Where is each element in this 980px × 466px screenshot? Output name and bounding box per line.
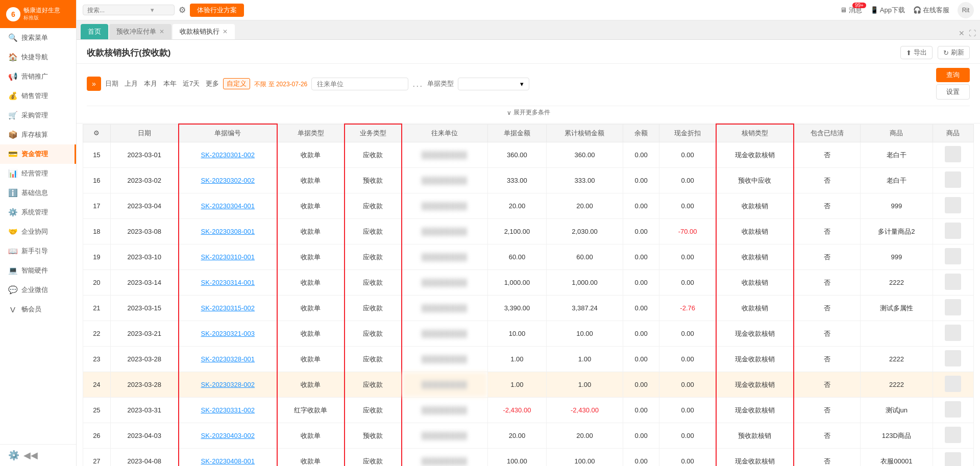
table-row[interactable]: 242023-03-28SK-20230328-002收款单应收款███████… — [83, 372, 974, 398]
sidebar-item-inventory[interactable]: 📦 库存核算 — [0, 125, 76, 144]
sidebar-item-quicknav[interactable]: 🏠 快捷导航 — [0, 47, 76, 67]
bill-no-link[interactable]: SK-20230331-002 — [201, 406, 255, 414]
row-bill-no[interactable]: SK-20230314-001 — [179, 270, 277, 296]
row-bill-no[interactable]: SK-20230315-002 — [179, 296, 277, 321]
sidebar-item-purchase[interactable]: 🛒 采购管理 — [0, 106, 76, 125]
tab-prepay[interactable]: 预收冲应付单 ✕ — [109, 24, 172, 39]
expand-more-conditions[interactable]: ∨ 展开更多条件 — [87, 106, 970, 119]
row-bill-no[interactable]: SK-20230328-001 — [179, 347, 277, 372]
sidebar-collapse-icon[interactable]: ◀◀ — [23, 450, 38, 461]
export-button[interactable]: ⬆ 导出 — [900, 46, 933, 59]
row-cash-discount: 0.00 — [659, 244, 716, 270]
row-cash-discount: 0.00 — [659, 347, 716, 372]
row-bill-type: 收款单 — [277, 321, 345, 347]
filter-dots-icon[interactable]: ... — [412, 79, 423, 89]
sidebar-item-hardware[interactable]: 💻 智能硬件 — [0, 261, 76, 280]
row-bill-no[interactable]: SK-20230302-002 — [179, 168, 277, 193]
sidebar-settings-icon[interactable]: ⚙️ — [8, 450, 19, 461]
query-button[interactable]: 查询 — [936, 68, 970, 82]
table-row[interactable]: 272023-04-08SK-20230408-001收款单应收款███████… — [83, 449, 974, 467]
row-cash-discount: 0.00 — [659, 423, 716, 449]
date-option-7days[interactable]: 近7天 — [181, 78, 202, 89]
bill-no-link[interactable]: SK-20230315-002 — [201, 304, 255, 312]
sidebar-item-system[interactable]: ⚙️ 系统管理 — [0, 203, 76, 222]
sidebar-item-basic[interactable]: ℹ️ 基础信息 — [0, 183, 76, 203]
tab-maximize-icon[interactable]: ⛶ — [969, 29, 976, 37]
date-option-this-year[interactable]: 本年 — [161, 78, 179, 89]
table-row[interactable]: 192023-03-10SK-20230310-001收款单应收款███████… — [83, 244, 974, 270]
product-thumbnail — [945, 248, 961, 264]
table-row[interactable]: 152023-03-01SK-20230301-002收款单应收款███████… — [83, 142, 974, 168]
topbar-gear-icon[interactable]: ⚙ — [179, 5, 186, 15]
date-option-more[interactable]: 更多 — [204, 78, 221, 89]
row-product-img — [933, 270, 973, 296]
bill-no-link[interactable]: SK-20230304-001 — [201, 202, 255, 210]
topbar-search-input[interactable] — [87, 7, 149, 14]
industry-solution-button[interactable]: 体验行业方案 — [190, 4, 244, 17]
row-bill-no[interactable]: SK-20230403-002 — [179, 423, 277, 449]
tab-cancel-exec-close-icon[interactable]: ✕ — [223, 28, 228, 35]
sidebar-item-finance[interactable]: 💳 资金管理 — [0, 144, 76, 164]
tab-prepay-close-icon[interactable]: ✕ — [159, 28, 164, 35]
row-bill-no[interactable]: SK-20230331-002 — [179, 398, 277, 423]
tab-close-window-icon[interactable]: ✕ — [959, 29, 965, 37]
row-bill-no[interactable]: SK-20230408-001 — [179, 449, 277, 467]
table-row[interactable]: 232023-03-28SK-20230328-001收款单应收款███████… — [83, 347, 974, 372]
sidebar-item-corp[interactable]: 🤝 企业协同 — [0, 222, 76, 241]
sidebar-item-search[interactable]: 🔍 搜索菜单 — [0, 28, 76, 47]
bill-type-select[interactable]: ▾ — [458, 78, 529, 90]
bill-no-link[interactable]: SK-20230328-001 — [201, 355, 255, 363]
filter-expand-button[interactable]: » — [87, 77, 101, 91]
bill-no-link[interactable]: SK-20230408-001 — [201, 457, 255, 465]
table-row[interactable]: 162023-03-02SK-20230302-002收款单预收款███████… — [83, 168, 974, 193]
sidebar-item-weixin[interactable]: 💬 企业微信 — [0, 280, 76, 300]
filter-settings-button[interactable]: 设置 — [936, 84, 970, 100]
bill-no-link[interactable]: SK-20230308-001 — [201, 228, 255, 235]
row-bill-type: 收款单 — [277, 219, 345, 244]
topbar-messages[interactable]: 🖥 消息 99+ — [840, 6, 862, 15]
date-option-custom[interactable]: 自定义 — [223, 78, 250, 89]
col-header-gear[interactable]: ⚙ — [83, 124, 111, 142]
bill-no-link[interactable]: SK-20230403-002 — [201, 432, 255, 439]
table-row[interactable]: 222023-03-21SK-20230321-003收款单应收款███████… — [83, 321, 974, 347]
tab-cancel-exec[interactable]: 收款核销执行 ✕ — [173, 24, 235, 39]
table-row[interactable]: 182023-03-08SK-20230308-001收款单应收款███████… — [83, 219, 974, 244]
row-bill-no[interactable]: SK-20230308-001 — [179, 219, 277, 244]
row-bill-no[interactable]: SK-20230304-001 — [179, 193, 277, 219]
row-bill-type: 收款单 — [277, 193, 345, 219]
sidebar-item-sales[interactable]: 💰 销售管理 — [0, 86, 76, 106]
row-bill-type: 收款单 — [277, 168, 345, 193]
table-row[interactable]: 202023-03-14SK-20230314-001收款单应收款███████… — [83, 270, 974, 296]
bill-no-link[interactable]: SK-20230321-003 — [201, 330, 255, 337]
sidebar-item-member[interactable]: V 畅会员 — [0, 300, 76, 319]
row-bill-no[interactable]: SK-20230321-003 — [179, 321, 277, 347]
bill-no-link[interactable]: SK-20230302-002 — [201, 177, 255, 184]
refresh-button[interactable]: ↻ 刷新 — [938, 46, 970, 59]
table-row[interactable]: 212023-03-15SK-20230315-002收款单应收款███████… — [83, 296, 974, 321]
topbar-online-service[interactable]: 🎧 在线客服 — [913, 6, 949, 15]
row-bill-no[interactable]: SK-20230310-001 — [179, 244, 277, 270]
topbar-app-download[interactable]: 📱 App下载 — [870, 6, 905, 15]
sidebar-item-marketing[interactable]: 📢 营销推广 — [0, 67, 76, 86]
tab-home[interactable]: 首页 — [81, 24, 108, 39]
sidebar-item-guide[interactable]: 📖 新手引导 — [0, 241, 76, 261]
bill-no-link[interactable]: SK-20230301-002 — [201, 151, 255, 159]
sidebar-item-operation[interactable]: 📊 经营管理 — [0, 164, 76, 183]
date-option-last-month[interactable]: 上月 — [122, 78, 140, 89]
table-row[interactable]: 262023-04-03SK-20230403-002收款单预收款███████… — [83, 423, 974, 449]
table-row[interactable]: 172023-03-04SK-20230304-001收款单应收款███████… — [83, 193, 974, 219]
bill-no-link[interactable]: SK-20230328-002 — [201, 381, 255, 388]
row-bill-type: 收款单 — [277, 449, 345, 467]
bill-no-link[interactable]: SK-20230310-001 — [201, 253, 255, 261]
bill-no-link[interactable]: SK-20230314-001 — [201, 279, 255, 286]
date-option-this-month[interactable]: 本月 — [142, 78, 159, 89]
row-date: 2023-03-04 — [110, 193, 178, 219]
table-row[interactable]: 252023-03-31SK-20230331-002红字收款单应收款█████… — [83, 398, 974, 423]
row-bill-no[interactable]: SK-20230301-002 — [179, 142, 277, 168]
col-header-include-settled: 包含已结清 — [794, 124, 861, 142]
product-thumbnail — [945, 427, 961, 443]
row-bill-no[interactable]: SK-20230328-002 — [179, 372, 277, 398]
counterpart-input[interactable] — [311, 78, 408, 90]
topbar-search-wrap[interactable]: ▾ — [83, 5, 175, 15]
user-avatar[interactable]: Rit — [958, 2, 974, 18]
